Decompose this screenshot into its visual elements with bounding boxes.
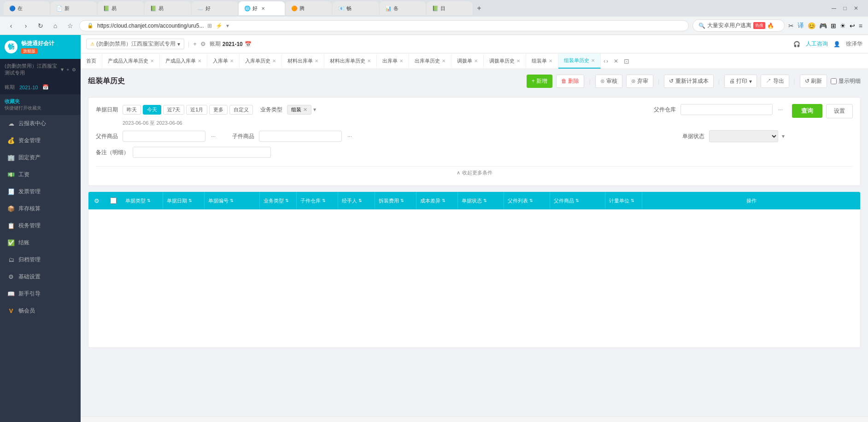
select-all-checkbox[interactable]: [110, 197, 117, 204]
th-bill-date[interactable]: 单据日期 ⇅: [163, 192, 205, 209]
tab-close-fg-in-hist[interactable]: ✕: [150, 58, 154, 64]
bottom-scrollbar[interactable]: [81, 416, 868, 422]
reload-btn[interactable]: ↻: [35, 20, 46, 31]
export-btn[interactable]: ↗ 导出: [761, 75, 789, 88]
settings-company-icon[interactable]: ⚙: [72, 67, 76, 72]
dropdown-arrow[interactable]: ▾: [226, 23, 229, 29]
tab-home[interactable]: 首页: [81, 54, 102, 68]
review-btn[interactable]: ⊙ 审核: [595, 75, 622, 88]
browser-tab-1[interactable]: 🔵 在: [4, 1, 50, 15]
tab-transfer[interactable]: 调拨单 ✕: [452, 54, 484, 68]
sidebar-item-funds[interactable]: 💰 资金管理: [0, 132, 81, 149]
tab-transfer-history[interactable]: 调拨单历史 ✕: [484, 54, 526, 68]
th-bill-status[interactable]: 单据状态 ⇅: [458, 192, 504, 209]
bookmark-btn[interactable]: ☆: [65, 20, 76, 31]
th-parent-list[interactable]: 父件列表 ⇅: [504, 192, 550, 209]
browser-tab-10[interactable]: 📗 目: [427, 1, 473, 15]
gear-icon-top[interactable]: ⚙: [200, 40, 206, 47]
bill-status-dropdown[interactable]: ▾: [782, 133, 785, 139]
th-bill-type[interactable]: 单据类型 ⇅: [122, 192, 163, 209]
apps-icon[interactable]: ⊞: [831, 22, 836, 29]
period-selector[interactable]: 账期 2021-10 📅: [0, 80, 81, 94]
translate-icon[interactable]: 译: [798, 22, 804, 30]
parent-goods-input[interactable]: [123, 131, 205, 142]
recalculate-btn[interactable]: ↺ 重新计算成本: [664, 75, 713, 88]
browser-tab-active[interactable]: 🌐 好 ✕: [239, 1, 285, 15]
th-parent-goods[interactable]: 父件商品 ⇅: [550, 192, 605, 209]
show-detail-input[interactable]: [831, 78, 837, 84]
show-detail-checkbox[interactable]: 显示明细: [831, 77, 861, 85]
close-tab-icon[interactable]: ✕: [611, 58, 621, 64]
child-goods-input[interactable]: [259, 131, 342, 142]
abandon-btn[interactable]: ⊙ 弃审: [626, 75, 653, 88]
th-bill-number[interactable]: 单据编号 ⇅: [205, 192, 260, 209]
remark-input[interactable]: [133, 147, 271, 158]
company-selector[interactable]: (勿删勿禁用）江西服宝测试专用 ▾ + ⚙: [0, 59, 81, 80]
tab-assembly[interactable]: 组装单 ✕: [526, 54, 558, 68]
child-goods-more[interactable]: ···: [346, 132, 354, 140]
menu-icon[interactable]: ≡: [859, 22, 862, 29]
browser-tab-4[interactable]: 📗 易: [145, 1, 191, 15]
settings-btn[interactable]: 设置: [826, 104, 853, 118]
tab-close-fg-in[interactable]: ✕: [198, 58, 201, 64]
business-type-dropdown[interactable]: ▾: [313, 106, 316, 113]
sidebar-item-settings[interactable]: ⚙ 基础设置: [0, 268, 81, 285]
tab-inbound[interactable]: 入库单 ✕: [207, 54, 240, 68]
tab-close-btn[interactable]: ✕: [261, 6, 265, 11]
customer-service[interactable]: 人工咨询: [806, 40, 828, 48]
browser-tab-8[interactable]: 📧 畅: [333, 1, 379, 15]
print-btn[interactable]: 🖨 打印 ▾: [724, 75, 757, 88]
tab-finished-goods-in-history[interactable]: 产成品入库单历史 ✕: [102, 54, 160, 68]
tab-close-inbound-hist[interactable]: ✕: [272, 58, 276, 64]
browser-tab-2[interactable]: 📄 新: [51, 1, 97, 15]
sidebar-item-member[interactable]: V 畅会员: [0, 302, 81, 319]
sidebar-item-guide[interactable]: 📖 新手引导: [0, 285, 81, 302]
tab-close-transfer-hist[interactable]: ✕: [516, 58, 520, 64]
tab-close-outbound-hist[interactable]: ✕: [442, 58, 446, 64]
address-bar[interactable]: 🔒 https://cloud.chanjet.com/accounting/u…: [79, 20, 689, 31]
th-unit[interactable]: 计量单位 ⇅: [605, 192, 642, 209]
query-btn[interactable]: 查询: [792, 104, 822, 118]
th-business-type[interactable]: 业务类型 ⇅: [260, 192, 297, 209]
print-dropdown[interactable]: ▾: [749, 78, 752, 85]
date-btn-more[interactable]: 更多: [209, 105, 228, 115]
th-child-warehouse[interactable]: 子件仓库 ⇅: [297, 192, 338, 209]
delete-btn[interactable]: 🗑 删除: [556, 75, 584, 88]
forward-btn[interactable]: ›: [20, 20, 31, 31]
maximize-btn[interactable]: □: [840, 4, 850, 13]
browser-tab-9[interactable]: 📊 各: [380, 1, 426, 15]
minimize-btn[interactable]: ─: [829, 4, 839, 13]
user-avatar[interactable]: 👤: [833, 41, 840, 47]
remove-business-type[interactable]: ✕: [303, 107, 307, 113]
browser-tab-7[interactable]: 🟠 腾: [286, 1, 332, 15]
th-settings[interactable]: ⚙: [88, 197, 105, 204]
new-btn[interactable]: + 新增: [527, 75, 552, 88]
tab-inbound-history[interactable]: 入库单历史 ✕: [240, 54, 282, 68]
parent-warehouse-input[interactable]: [680, 104, 773, 115]
search-bar[interactable]: 🔍 大量安卓用户逃离 热搜 🔥: [692, 19, 785, 32]
date-btn-yesterday[interactable]: 昨天: [123, 105, 141, 115]
date-btn-7days[interactable]: 近7天: [163, 105, 184, 115]
sidebar-item-payroll[interactable]: 💵 工资: [0, 166, 81, 183]
undo-icon[interactable]: ↩: [850, 22, 855, 29]
add-icon-top[interactable]: +: [193, 40, 197, 47]
more-tabs-icon[interactable]: ⊡: [621, 58, 632, 65]
sidebar-item-fixed-assets[interactable]: 🏢 固定资产: [0, 149, 81, 166]
date-btn-today[interactable]: 今天: [143, 105, 161, 115]
close-browser-btn[interactable]: ✕: [851, 4, 861, 13]
sidebar-item-tax[interactable]: 📋 税务管理: [0, 217, 81, 234]
tab-close-transfer[interactable]: ✕: [474, 58, 478, 64]
qr-icon[interactable]: ⊞: [207, 23, 212, 29]
tab-assembly-history[interactable]: 组装单历史 ✕: [558, 53, 601, 69]
tab-outbound-history[interactable]: 出库单历史 ✕: [409, 54, 452, 68]
tab-close-assembly-hist[interactable]: ✕: [591, 58, 595, 63]
collapse-filter-btn[interactable]: ∧ 收起更多条件: [96, 166, 853, 179]
th-handler[interactable]: 经手人 ⇅: [338, 192, 375, 209]
calendar-icon-top[interactable]: 📅: [245, 41, 252, 47]
th-cost-variance[interactable]: 成本差异 ⇅: [416, 192, 458, 209]
tab-material-out-history[interactable]: 材料出库单历史 ✕: [324, 54, 377, 68]
browser-tab-3[interactable]: 📗 易: [98, 1, 144, 15]
th-checkbox[interactable]: [105, 197, 122, 204]
tab-close-assembly[interactable]: ✕: [549, 58, 552, 64]
scissors-icon[interactable]: ✂: [788, 22, 794, 29]
